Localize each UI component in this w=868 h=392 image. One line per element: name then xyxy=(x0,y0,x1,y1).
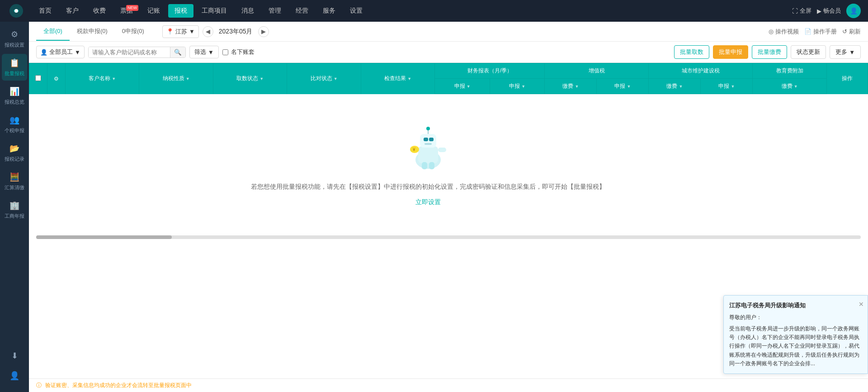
th-sort-customer[interactable]: 客户名称 xyxy=(89,75,116,82)
th-city-tax: 城市维护建设税 xyxy=(649,63,753,79)
tab-all[interactable]: 全部(0) xyxy=(36,23,70,41)
setup-link[interactable]: 立即设置 xyxy=(415,198,441,206)
batch-report-btn[interactable]: 批量申报 xyxy=(713,45,748,59)
svg-rect-12 xyxy=(422,162,427,169)
sidebar-item-annual-report[interactable]: 🏢 工商年报 xyxy=(2,196,27,223)
member-icon: ▶ xyxy=(817,8,821,14)
batch-pay-btn[interactable]: 批量缴费 xyxy=(752,45,787,59)
sidebar-download[interactable]: ⬇ xyxy=(2,347,27,365)
annual-report-icon: 🏢 xyxy=(9,200,20,211)
nav-invoice[interactable]: 票据 NEW xyxy=(114,4,139,18)
personal-tax-icon: 👥 xyxy=(9,115,20,125)
left-sidebar: ⚙ 报税设置 📋 批量报税 📊 报税总览 👥 个税申报 📂 报税记录 🧮 汇算清… xyxy=(0,22,29,392)
nav-operation[interactable]: 经营 xyxy=(289,4,315,18)
notification-content: 受当前电子税务局进一步升级的影响，同一个政务网账号（办税人）名下的企业不能再同时… xyxy=(729,325,862,368)
region-selector[interactable]: 📍 江苏 ▼ xyxy=(162,25,199,38)
fullscreen-icon: ⛶ xyxy=(792,8,798,14)
svg-point-9 xyxy=(426,127,430,130)
person-icon: 👤 xyxy=(40,49,47,56)
sidebar-item-batch-tax[interactable]: 📋 批量报税 xyxy=(2,54,27,81)
th-settings: ⚙ xyxy=(47,63,66,94)
account-checkbox-label[interactable]: 名下账套 xyxy=(222,48,255,56)
th-sort-nature[interactable]: 纳税性质 xyxy=(163,75,190,82)
tab-tax-report[interactable]: 税款申报(0) xyxy=(70,23,115,41)
empty-text: 若您想使用批量报税功能，请先在【报税设置】中进行报税的初始化设置，完成密码验证和… xyxy=(251,183,605,191)
svg-rect-3 xyxy=(418,146,438,163)
bottom-bar-text: 验证账密、采集信息均成功的企业才会流转至批量报税页面中 xyxy=(45,382,192,389)
user-avatar[interactable]: 👤 xyxy=(846,4,861,18)
th-city-pay: 缴费 xyxy=(649,79,701,94)
member-btn[interactable]: ▶ 畅会员 xyxy=(817,7,841,15)
nav-message[interactable]: 消息 xyxy=(235,4,260,18)
sidebar-item-tax-records[interactable]: 📂 报税记录 xyxy=(2,139,27,166)
chevron-down-icon: ▼ xyxy=(189,28,195,35)
refresh-icon: ↺ xyxy=(842,28,847,35)
operation-manual-btn[interactable]: 📄 操作手册 xyxy=(804,28,837,36)
settings-icon: ⚙ xyxy=(54,76,59,82)
th-check-result: 检查结果 xyxy=(361,63,434,94)
tax-records-icon: 📂 xyxy=(9,143,20,154)
svg-rect-5 xyxy=(424,138,428,141)
tab-right-actions: ◎ 操作视频 📄 操作手册 ↺ 刷新 xyxy=(769,28,861,36)
filter-button[interactable]: 筛选 ▼ xyxy=(189,46,219,58)
status-update-btn[interactable]: 状态更新 xyxy=(791,45,826,59)
nav-service[interactable]: 服务 xyxy=(316,4,342,18)
prev-month-btn[interactable]: ◀ xyxy=(203,26,213,37)
location-icon: 📍 xyxy=(166,28,174,35)
th-customer-name: 客户名称 xyxy=(66,63,139,94)
app-logo xyxy=(7,2,25,20)
nav-business[interactable]: 工商项目 xyxy=(195,4,233,18)
sidebar-item-tax-settings[interactable]: ⚙ 报税设置 xyxy=(2,25,27,52)
nav-manage[interactable]: 管理 xyxy=(262,4,288,18)
th-sort-vat-pay[interactable]: 缴费 xyxy=(562,82,579,90)
video-icon: ◎ xyxy=(769,28,774,35)
tab-bar: 全部(0) 税款申报(0) 0申报(0) 📍 江苏 ▼ ◀ 2023年05月 ▶ xyxy=(29,22,868,42)
th-sort-check[interactable]: 检查结果 xyxy=(384,75,411,82)
nav-settings[interactable]: 设置 xyxy=(344,4,369,18)
tab-zero-report[interactable]: 0申报(0) xyxy=(115,23,151,41)
th-financial-report-declare: 申报 xyxy=(435,79,490,94)
search-button[interactable]: 🔍 xyxy=(170,47,185,57)
nav-home[interactable]: 首页 xyxy=(33,4,58,18)
select-all-checkbox[interactable] xyxy=(35,75,41,81)
account-checkbox[interactable] xyxy=(222,49,228,55)
horizontal-scrollbar[interactable] xyxy=(36,235,861,239)
svg-rect-6 xyxy=(429,138,434,141)
sidebar-item-personal-tax[interactable]: 👥 个税申报 xyxy=(2,111,27,138)
operation-video-btn[interactable]: ◎ 操作视频 xyxy=(769,28,799,36)
notification-close-btn[interactable]: ✕ xyxy=(859,299,864,309)
th-sort-fetch[interactable]: 取数状态 xyxy=(236,75,264,82)
more-btn[interactable]: 更多 ▼ xyxy=(830,45,861,59)
search-input[interactable] xyxy=(89,47,170,57)
th-sort-compare[interactable]: 比对状态 xyxy=(311,75,338,82)
notification-popup: 江苏电子税务局升级影响通知 ✕ 尊敬的用户： 受当前电子税务局进一步升级的影响，… xyxy=(723,295,868,374)
th-sort-vat-declare[interactable]: 申报 xyxy=(509,82,525,90)
th-edu-pay: 缴费 xyxy=(753,79,827,94)
new-badge: NEW xyxy=(126,5,138,11)
chevron-down-icon: ▼ xyxy=(849,49,855,56)
sidebar-item-annual-settlement[interactable]: 🧮 汇算清缴 xyxy=(2,168,27,195)
sidebar-user[interactable]: 👤 xyxy=(2,367,27,385)
nav-customer[interactable]: 客户 xyxy=(60,4,85,18)
manual-icon: 📄 xyxy=(804,28,811,35)
sidebar-item-tax-overview[interactable]: 📊 报税总览 xyxy=(2,82,27,109)
batch-tax-icon: 📋 xyxy=(9,57,20,68)
notification-title: 江苏电子税务局升级影响通知 xyxy=(729,301,862,311)
th-operation: 操作 xyxy=(827,63,868,94)
th-sort-edu-pay[interactable]: 缴费 xyxy=(782,82,798,90)
th-vat-pay: 缴费 xyxy=(545,79,597,94)
next-month-btn[interactable]: ▶ xyxy=(258,26,269,37)
toolbar-right: 批量取数 批量申报 批量缴费 状态更新 更多 ▼ xyxy=(674,45,861,59)
chevron-down-icon: ▼ xyxy=(208,49,214,56)
batch-fetch-btn[interactable]: 批量取数 xyxy=(674,45,709,59)
th-sort-city-pay[interactable]: 缴费 xyxy=(666,82,683,90)
employee-select[interactable]: 👤 全部员工 ▼ xyxy=(36,46,85,58)
th-sort-fin-declare[interactable]: 申报 xyxy=(454,82,471,90)
th-sort-city-declare[interactable]: 申报 xyxy=(614,82,631,90)
fullscreen-btn[interactable]: ⛶ 全屏 xyxy=(792,7,811,15)
refresh-btn[interactable]: ↺ 刷新 xyxy=(842,28,861,36)
th-sort-edu-declare[interactable]: 申报 xyxy=(718,82,735,90)
nav-tax[interactable]: 报税 xyxy=(168,4,193,18)
nav-accounting[interactable]: 记账 xyxy=(141,4,166,18)
nav-fee[interactable]: 收费 xyxy=(87,4,112,18)
